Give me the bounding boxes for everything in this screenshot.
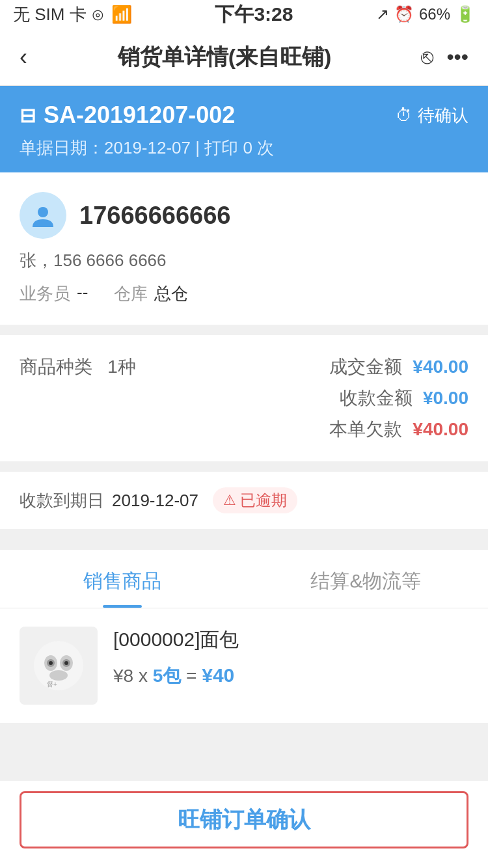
- equals-sign: =: [186, 666, 202, 686]
- product-price: ¥8 x 5包 = ¥40: [113, 664, 468, 688]
- product-list: 督+ [0000002]面包 ¥8 x 5包 = ¥40: [0, 608, 488, 723]
- alarm-icon: ⏰: [394, 5, 414, 23]
- svg-point-8: [49, 670, 68, 681]
- deal-amount-row: 成交金额 ¥40.00: [329, 355, 468, 379]
- tab-settlement[interactable]: 结算&物流等: [244, 550, 488, 608]
- battery-level: 66%: [419, 5, 450, 23]
- more-icon[interactable]: •••: [446, 45, 468, 69]
- tab-sales[interactable]: 销售商品: [0, 550, 244, 608]
- bottom-bar: 旺铺订单确认: [0, 781, 488, 868]
- customer-phone: 17666666666: [79, 202, 230, 230]
- deal-amount-label: 成交金额: [329, 355, 402, 379]
- order-id-text: SA-20191207-002: [44, 102, 235, 129]
- owed-amount-label: 本单欠款: [329, 417, 402, 442]
- warning-icon: ⚠: [223, 492, 236, 509]
- price-unit: ¥8: [113, 666, 133, 686]
- status-bar-right: ↗ ⏰ 66% 🔋: [376, 5, 475, 23]
- product-details: [0000002]面包 ¥8 x 5包 = ¥40: [113, 627, 468, 688]
- clock-icon: ⏱: [396, 105, 413, 126]
- svg-point-1: [34, 641, 83, 690]
- product-item: 督+ [0000002]面包 ¥8 x 5包 = ¥40: [0, 608, 488, 723]
- amounts-section: 成交金额 ¥40.00 收款金额 ¥0.00 本单欠款 ¥40.00: [329, 355, 468, 442]
- nav-bar: ‹ 销货单详情(来自旺铺) ⎋ •••: [0, 29, 488, 86]
- qty-value: 5包: [153, 666, 182, 686]
- svg-point-7: [64, 661, 68, 665]
- tabs-bar: 销售商品 结算&物流等: [0, 550, 488, 608]
- goods-type-label: 商品种类: [20, 357, 92, 377]
- order-icon: ⊟: [20, 104, 36, 127]
- order-status: ⏱ 待确认: [396, 104, 468, 127]
- confirm-order-button[interactable]: 旺铺订单确认: [20, 791, 468, 848]
- svg-point-0: [38, 207, 48, 217]
- status-bar-time: 下午3:28: [215, 1, 293, 28]
- product-thumbnail: 督+: [20, 627, 98, 705]
- received-amount-row: 收款金额 ¥0.00: [340, 386, 468, 411]
- customer-name: 张，156 6666 6666: [20, 249, 468, 272]
- customer-meta: 业务员 -- 仓库 总仓: [20, 282, 468, 305]
- svg-text:督+: 督+: [47, 681, 57, 688]
- status-bar: 无 SIM 卡 ⊙ 📶 下午3:28 ↗ ⏰ 66% 🔋: [0, 0, 488, 29]
- goods-type-value: 1种: [107, 357, 136, 377]
- salesperson-label: 业务员: [20, 282, 70, 305]
- owed-amount-row: 本单欠款 ¥40.00: [329, 417, 468, 442]
- customer-avatar: [20, 192, 66, 239]
- due-date-label: 收款到期日: [20, 489, 104, 512]
- deal-amount-value: ¥40.00: [413, 357, 468, 377]
- tab-settlement-label: 结算&物流等: [310, 570, 421, 591]
- nav-actions: ⎋ •••: [390, 45, 468, 69]
- svg-point-6: [49, 661, 53, 665]
- warehouse-value: 总仓: [154, 282, 188, 305]
- location-icon: ↗: [376, 5, 389, 23]
- page-title: 销货单详情(来自旺铺): [59, 42, 390, 72]
- salesperson-value: --: [77, 282, 88, 305]
- overdue-text: 已逾期: [240, 490, 287, 511]
- overdue-badge: ⚠ 已逾期: [213, 487, 297, 513]
- customer-card: 17666666666 张，156 6666 6666 业务员 -- 仓库 总仓: [0, 172, 488, 325]
- status-text: 待确认: [418, 104, 468, 127]
- due-date-value: 2019-12-07: [112, 491, 198, 511]
- product-name: [0000002]面包: [113, 627, 468, 653]
- summary-card: 商品种类 1种 成交金额 ¥40.00 收款金额 ¥0.00 本单欠款 ¥40.…: [0, 335, 488, 461]
- received-amount-value: ¥0.00: [423, 388, 468, 409]
- received-amount-label: 收款金额: [340, 386, 413, 411]
- confirm-order-label: 旺铺订单确认: [178, 805, 310, 835]
- wifi-icon: 📶: [111, 5, 132, 25]
- order-date: 单据日期：2019-12-07 | 打印 0 次: [20, 137, 468, 159]
- warehouse-label: 仓库: [114, 282, 148, 305]
- order-id: ⊟ SA-20191207-002: [20, 102, 235, 129]
- share-icon[interactable]: ⎋: [421, 45, 433, 69]
- multiply-sign: x: [139, 666, 153, 686]
- battery-icon: 🔋: [455, 5, 475, 23]
- warehouse-field: 仓库 总仓: [114, 282, 188, 305]
- sim-status: 无 SIM 卡 ⊙: [13, 3, 105, 26]
- total-value: ¥40: [202, 664, 234, 686]
- salesperson-field: 业务员 --: [20, 282, 88, 305]
- owed-amount-value: ¥40.00: [413, 419, 468, 440]
- section-divider: [0, 539, 488, 550]
- order-header: ⊟ SA-20191207-002 ⏱ 待确认 单据日期：2019-12-07 …: [0, 86, 488, 172]
- back-button[interactable]: ‹: [20, 44, 59, 71]
- due-date-card: 收款到期日 2019-12-07 ⚠ 已逾期: [0, 472, 488, 529]
- tab-sales-label: 销售商品: [83, 570, 161, 591]
- goods-type-row: 商品种类 1种: [20, 355, 136, 379]
- status-bar-left: 无 SIM 卡 ⊙ 📶: [13, 3, 132, 26]
